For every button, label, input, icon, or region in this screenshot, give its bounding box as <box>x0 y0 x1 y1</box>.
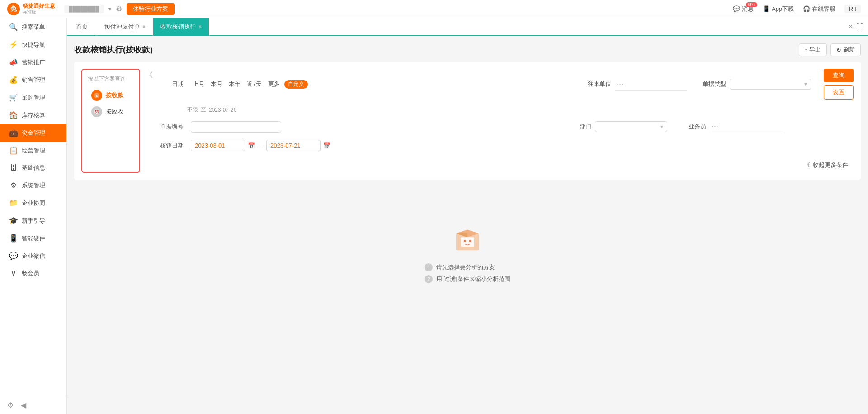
collapse-more-row: 《 收起更多条件 <box>158 157 854 173</box>
main-layout: 🔍 搜索菜单 ⚡ 快捷导航 📣 营销推广 💰 销售管理 🛒 采购管理 🏠 库存核… <box>0 18 868 414</box>
company-dropdown-arrow[interactable]: ▾ <box>108 6 111 12</box>
export-label: 导出 <box>809 46 821 54</box>
collapse-more-label: 收起更多条件 <box>813 161 848 169</box>
writeoff-date-end-calendar-icon[interactable]: 📅 <box>323 142 330 149</box>
online-service-label: 在线客服 <box>812 5 835 13</box>
filter-option-receipt[interactable]: ¥ 按收款 <box>88 87 134 104</box>
message-badge: 99+ <box>746 2 757 7</box>
sidebar-collapse-icon[interactable]: ◀ <box>21 401 26 409</box>
staff-label: 业务员 <box>681 123 706 131</box>
search-icon: 🔍 <box>9 23 18 31</box>
date-hint-value: 2023-07-26 <box>209 107 236 113</box>
operation-icon: 📋 <box>9 146 18 155</box>
doctype-field: 单据类型 ▾ <box>701 79 811 90</box>
tab-writeoff-label: 收款核销执行 <box>160 23 196 31</box>
user-menu[interactable]: Rit <box>844 5 861 13</box>
settings-button[interactable]: 设置 <box>824 85 854 100</box>
docno-input[interactable] <box>191 121 281 133</box>
sidebar-item-hardware[interactable]: 📱 智能硬件 <box>0 229 66 247</box>
department-select[interactable]: ▾ <box>595 121 667 132</box>
collapse-more-btn[interactable]: 《 收起更多条件 <box>799 159 854 171</box>
sidebar-item-system[interactable]: ⚙ 系统管理 <box>0 176 66 194</box>
finance-icon: 💼 <box>9 128 18 137</box>
sidebar-item-label: 系统管理 <box>22 181 45 190</box>
purchase-icon: 🛒 <box>9 93 18 102</box>
filter-option-receipt-label: 按收款 <box>106 91 123 100</box>
tab-prepay[interactable]: 预付冲应付单 × <box>97 18 153 36</box>
writeoff-date-range: 📅 — 📅 <box>191 140 330 151</box>
filter-scheme-sidebar: 按以下方案查询 ¥ 按收款 <box>81 69 140 173</box>
tab-prepay-close[interactable]: × <box>142 24 146 30</box>
page-title: 收款核销执行(按收款) <box>74 44 153 55</box>
sidebar-item-member[interactable]: V 畅会员 <box>0 265 66 282</box>
date-btn-lastmonth[interactable]: 上月 <box>191 79 206 89</box>
date-quick-btns: 上月 本月 本年 近7天 更多 自定义 <box>191 79 308 89</box>
svg-text:¥: ¥ <box>95 94 98 98</box>
export-button[interactable]: ↑ 导出 <box>799 43 827 56</box>
sidebar-item-finance[interactable]: 💼 资金管理 <box>0 124 66 142</box>
docno-label: 单据编号 <box>158 123 184 131</box>
page-header: 收款核销执行(按收款) ↑ 导出 ↻ 刷新 <box>74 43 861 56</box>
sidebar-item-newbie[interactable]: 🎓 新手引导 <box>0 212 66 229</box>
app-download[interactable]: 📱 App下载 <box>763 5 794 13</box>
counterpart-dots[interactable]: ··· <box>615 77 687 91</box>
hardware-icon: 📱 <box>9 234 18 243</box>
sidebar-item-enterprise[interactable]: 📁 企业协同 <box>0 194 66 212</box>
svg-text:⏰: ⏰ <box>94 110 99 114</box>
writeoff-date-start-calendar-icon[interactable]: 📅 <box>248 142 255 149</box>
sidebar-item-weixin[interactable]: 💬 企业微信 <box>0 247 66 265</box>
sidebar-item-operation[interactable]: 📋 经营管理 <box>0 142 66 159</box>
sidebar-item-purchase[interactable]: 🛒 采购管理 <box>0 89 66 106</box>
date-btn-thismonth[interactable]: 本月 <box>209 79 224 89</box>
chevron-up-icon: 《 <box>804 161 810 169</box>
tab-writeoff-close[interactable]: × <box>198 24 202 30</box>
tab-receivable-writeoff[interactable]: 收款核销执行 × <box>153 18 209 36</box>
settings-icon[interactable]: ⚙ <box>116 5 122 13</box>
tab-window-close[interactable]: × <box>849 23 853 31</box>
sidebar-item-search[interactable]: 🔍 搜索菜单 <box>0 18 66 36</box>
page-content: 收款核销执行(按收款) ↑ 导出 ↻ 刷新 按以下方案查询 <box>67 36 868 414</box>
logo-icon: 兔 <box>7 3 20 15</box>
doctype-select[interactable]: ▾ <box>730 79 811 90</box>
empty-state: 1 请先选择要分析的方案 2 用[过滤]条件来缩小分析范围 <box>74 186 861 310</box>
sidebar-settings-icon[interactable]: ⚙ <box>7 401 14 409</box>
writeoff-date-start[interactable] <box>191 140 245 151</box>
date-hint-row: 不限 至 2023-07-26 <box>158 106 854 114</box>
staff-dots[interactable]: ··· <box>710 120 782 133</box>
industry-btn[interactable]: 体验行业方案 <box>127 3 175 15</box>
date-btn-thisyear[interactable]: 本年 <box>227 79 242 89</box>
basic-icon: 🗄 <box>9 164 18 172</box>
dept-and-staff: 部门 ▾ 业务员 ··· <box>566 120 782 133</box>
sidebar-item-quick[interactable]: ⚡ 快捷导航 <box>0 36 66 53</box>
filter-option-receivable[interactable]: ⏰ 按应收 <box>88 104 134 120</box>
refresh-icon: ↻ <box>836 47 841 53</box>
tab-home-label: 首页 <box>76 23 88 31</box>
top-bar: 兔 畅捷通好生意 标准版 ████████ ▾ ⚙ 体验行业方案 💬 消息 99… <box>0 0 868 18</box>
doctype-arrow-icon: ▾ <box>804 81 807 87</box>
date-custom-tag[interactable]: 自定义 <box>284 80 308 89</box>
empty-tip-1: 1 请先选择要分析的方案 <box>425 263 510 271</box>
tab-window-expand[interactable]: ⛶ <box>856 23 863 31</box>
refresh-button[interactable]: ↻ 刷新 <box>830 43 861 56</box>
sidebar-item-inventory[interactable]: 🏠 库存核算 <box>0 106 66 124</box>
sidebar-item-basic[interactable]: 🗄 基础信息 <box>0 159 66 176</box>
company-selector[interactable]: ████████ <box>64 5 104 13</box>
date-btn-7days[interactable]: 近7天 <box>245 79 264 89</box>
message-area[interactable]: 💬 消息 99+ <box>733 5 754 13</box>
filter-row-2: 单据编号 部门 ▾ 业务员 <box>158 120 854 133</box>
app-logo: 兔 畅捷通好生意 标准版 <box>7 3 55 15</box>
sidebar-item-sales[interactable]: 💰 销售管理 <box>0 71 66 89</box>
company-name-text: ████████ <box>69 6 99 12</box>
app-icon: 📱 <box>763 5 770 12</box>
tip-text-1: 请先选择要分析的方案 <box>436 263 495 271</box>
tab-home[interactable]: 首页 <box>67 18 97 36</box>
sidebar-item-marketing[interactable]: 📣 营销推广 <box>0 53 66 71</box>
online-service[interactable]: 🎧 在线客服 <box>803 5 835 13</box>
filter-row-1: 日期 上月 本月 本年 近7天 更多 自定义 往来单位 ·· <box>158 69 854 100</box>
date-btn-more[interactable]: 更多 <box>266 79 282 89</box>
empty-tip-2: 2 用[过滤]条件来缩小分析范围 <box>425 275 510 283</box>
sales-icon: 💰 <box>9 76 18 84</box>
filter-sidebar-collapse-btn[interactable]: 《 <box>146 71 153 80</box>
writeoff-date-end[interactable] <box>266 140 321 151</box>
query-button[interactable]: 查询 <box>824 69 854 82</box>
